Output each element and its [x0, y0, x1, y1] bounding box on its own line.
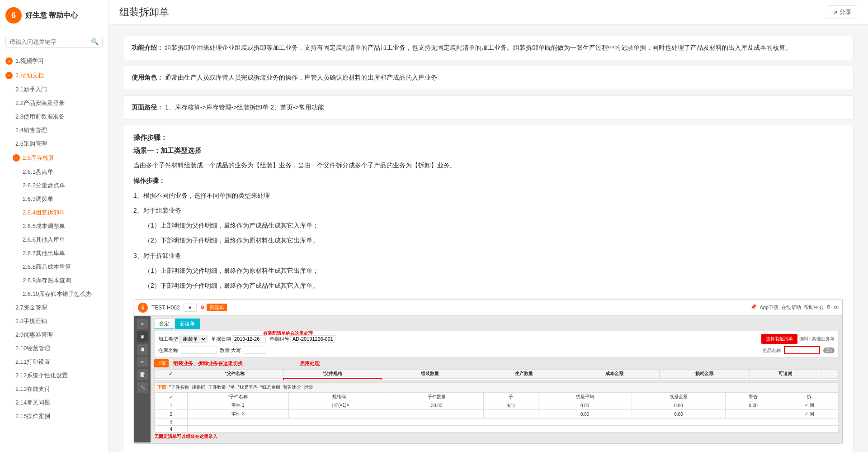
annotation-3: 组装业务、拆卸业务在这里切换: [173, 360, 243, 367]
sidebar-item-2-6-1[interactable]: 2.6.1盘点单: [0, 165, 108, 179]
sidebar-icon-6: 🔧: [137, 382, 148, 393]
tab-new-record[interactable]: 新建单: [175, 319, 200, 329]
toggle-switch[interactable]: On: [823, 347, 835, 353]
table-row: 4: [155, 426, 838, 433]
role-text: 通常由生产人员或库管人员完成拆装业务的操作，库管人员确认原材料的出库和产成品的入…: [165, 74, 437, 81]
sidebar-item-2-6-5[interactable]: 2.6.5成本调整单: [0, 219, 108, 233]
sidebar-item-2-6[interactable]: − 2.6库存核算: [0, 151, 108, 165]
lower-table-header: 下部 *子件名称 规格码 子件数量 *单 *线是平均 *线是金额 警告比分 拆卸: [155, 383, 838, 392]
step3: 3、对于拆卸业务: [133, 250, 843, 262]
qty-input[interactable]: [244, 347, 266, 354]
main-header: 组装拆卸单 ↗ 分享: [108, 0, 868, 25]
section-label-row: 上部 组装业务、拆卸业务在这里切换 启用处理: [154, 359, 839, 367]
page-title: 组装拆卸单: [119, 5, 169, 19]
sidebar-icon-1: ≡: [137, 319, 148, 329]
expand-icon-2-6: −: [13, 154, 20, 162]
lower-table: ✓*子件名称规格码子件数量子线是平均线是金额警告拆 1零件 1（分(=1)×30…: [155, 392, 838, 433]
sidebar-icon-2: ▣: [137, 331, 148, 342]
app-topbar: 6 TEST-H002 ▼ ⚙ 新建单 📌 App下载 在线帮助 帮助中心: [134, 300, 842, 316]
main-content: 功能介绍： 组装拆卸单用来处理企业组装或拆卸等加工业务，支持有固定装配清单的产品…: [108, 25, 868, 452]
logo-icon: 6: [5, 7, 22, 24]
step2-sub1: （1）上部明细为父件明细，最终作为产成品生成其它入库单；: [144, 220, 843, 231]
annotation-1: 有装配清单的在这里处理: [263, 330, 313, 337]
lower-table-container: 下部 *子件名称 规格码 子件数量 *单 *线是平均 *线是金额 警告比分 拆卸: [154, 382, 839, 433]
sidebar-item-2-10[interactable]: 2.10经营管理: [0, 342, 108, 355]
search-box[interactable]: 🔍: [5, 36, 103, 48]
date-input[interactable]: [232, 335, 266, 343]
sidebar-item-2-4[interactable]: 2.4销售管理: [0, 124, 108, 137]
app-body: ≡ ▣ 📋 ✏ 📝 🔧 自定 新建单: [134, 316, 842, 442]
table-row: ✓*子件名称规格码子件数量子线是平均线是金额警告拆: [155, 393, 838, 401]
form-row-2: 仓库名称 数量 大写 货品名称 On: [158, 346, 835, 354]
step3-sub1: （1）上部明细为父件明细，最终作为原材料生成其它出库单；: [144, 265, 843, 276]
sidebar-item-2-15[interactable]: 2.15操作案例: [0, 409, 108, 423]
sidebar-item-2-6-8[interactable]: 2.6.8商品成本重算: [0, 260, 108, 274]
sidebar-icon-5: 📝: [137, 369, 148, 380]
section-badge: 上部: [154, 359, 169, 367]
logo-text: 好生意 帮助中心: [25, 11, 78, 20]
sidebar-item-2-1[interactable]: 2.1新手入门: [0, 83, 108, 96]
app-btn-main[interactable]: 新建单: [207, 304, 227, 311]
scene1-label: 场景一：加工类型选择: [133, 147, 843, 155]
sidebar-item-2-6-6[interactable]: 2.6.6其他入库单: [0, 233, 108, 247]
app-screenshot: 6 TEST-H002 ▼ ⚙ 新建单 📌 App下载 在线帮助 帮助中心: [134, 299, 843, 444]
warehouse-input[interactable]: [181, 347, 217, 354]
app-content-area: 自定 新建单 加工类型 组装单 拆: [151, 316, 842, 442]
sidebar-item-2-14[interactable]: 2.14常见问题: [0, 396, 108, 409]
app-nav-icons: 📌 App下载 在线帮助 帮助中心 ⚙ cc: [750, 304, 839, 311]
sidebar-item-2-3[interactable]: 2.3使用前数据准备: [0, 110, 108, 124]
annotation-btn-1[interactable]: 选择装配清单: [761, 334, 797, 344]
date-field: 单据日期: [211, 335, 266, 343]
function-intro-text: 组装拆卸单用来处理企业组装或拆卸等加工业务，支持有固定装配清单的产品加工业务，也…: [165, 44, 792, 51]
sidebar-item-2-6-3[interactable]: 2.6.3调拨单: [0, 192, 108, 206]
sidebar-item-2-2[interactable]: 2.2产品安装及登录: [0, 96, 108, 110]
path-label: 页面路径：: [132, 104, 163, 111]
sidebar-item-2-13[interactable]: 2.13在线支付: [0, 382, 108, 396]
logo-area: 6 好生意 帮助中心: [0, 0, 108, 31]
steps-block: 操作步骤： 场景一：加工类型选择 当由多个子件材料组装成一个成品的业务为【组装】…: [123, 125, 854, 452]
app-logo: 6: [138, 303, 148, 313]
sidebar-item-2[interactable]: − 2.帮助文档: [0, 68, 108, 83]
toggle-area: 货品名称 On: [763, 346, 835, 354]
sidebar-item-2-8[interactable]: 2.8手机旺铺: [0, 314, 108, 328]
sidebar-item-2-5[interactable]: 2.5采购管理: [0, 137, 108, 151]
tab-list[interactable]: 自定: [154, 319, 174, 329]
step2-sub2: （2）下部明细为子件明细，最终作为原材料生成其它出库单。: [144, 235, 843, 246]
sidebar-item-2-6-4[interactable]: 2.6.4组装拆卸单: [0, 206, 108, 219]
step3-sub2: （2）下部明细为子件明细，最终作为产成品生成其它入库单。: [144, 280, 843, 291]
form-row-1: 加工类型 组装单 拆卸单 单据日期: [158, 334, 835, 344]
type-select[interactable]: 组装单 拆卸单: [179, 335, 208, 343]
table-row: 2零件 20.000.00✓ 闻: [155, 410, 838, 419]
search-icon[interactable]: 🔍: [91, 38, 99, 45]
scene1-desc: 当由多个子件材料组装成一个成品的业务为【组装】业务，当由一个父件拆分成多个子产品…: [133, 160, 843, 171]
steps-label: 操作步骤：: [133, 175, 843, 186]
sidebar-item-2-12[interactable]: 2.12系统个性化设置: [0, 369, 108, 382]
sidebar-item-2-6-2[interactable]: 2.6.2分量盘点单: [0, 179, 108, 192]
sidebar-item-2-7[interactable]: 2.7资金管理: [0, 301, 108, 314]
search-input[interactable]: [9, 38, 91, 45]
table-row: 1 卖机 生产(1)=1 1.00: [155, 378, 838, 381]
sidebar-item-1[interactable]: + 1.视频学习: [0, 54, 108, 68]
annotation-4: 启用处理: [300, 360, 320, 367]
sidebar-item-2-6-7[interactable]: 2.6.7其他出库单: [0, 247, 108, 260]
sidebar-icon-4: ✏: [137, 357, 148, 367]
app-tabs: 自定 新建单: [154, 319, 839, 329]
sidebar-item-2-6-10[interactable]: 2.6.10库存账本错了怎么办: [0, 287, 108, 301]
sidebar: 6 好生意 帮助中心 🔍 + 1.视频学习 − 2.帮助文档 2.1新手入门 2…: [0, 0, 108, 452]
role-label: 使用角色：: [132, 74, 163, 81]
step2: 2、对于组装业务: [133, 205, 843, 216]
goods-name-input[interactable]: [784, 346, 820, 354]
action-btns: 编辑 | 其他业务单: [799, 336, 835, 342]
sidebar-icon-3: 📋: [137, 344, 148, 355]
app-left-sidebar: ≡ ▣ 📋 ✏ 📝 🔧: [134, 316, 151, 442]
sidebar-item-2-6-9[interactable]: 2.6.9库存账本查询: [0, 274, 108, 287]
expand-icon-2: −: [5, 72, 13, 79]
sidebar-item-2-9[interactable]: 2.9优惠券管理: [0, 328, 108, 342]
share-button[interactable]: ↗ 分享: [827, 5, 857, 19]
nav-section: + 1.视频学习 − 2.帮助文档 2.1新手入门 2.2产品安装及登录 2.3…: [0, 52, 108, 425]
upper-table-container: ✓ *父件名称 *父件规格 组装数量 生产数量 成本金额 损耗金额 可追溯: [154, 369, 839, 381]
app-id: TEST-H002: [151, 305, 180, 311]
sidebar-item-2-11[interactable]: 2.11打印设置: [0, 355, 108, 369]
table-row: 3: [155, 419, 838, 426]
app-dropdown[interactable]: ▼: [184, 304, 197, 312]
